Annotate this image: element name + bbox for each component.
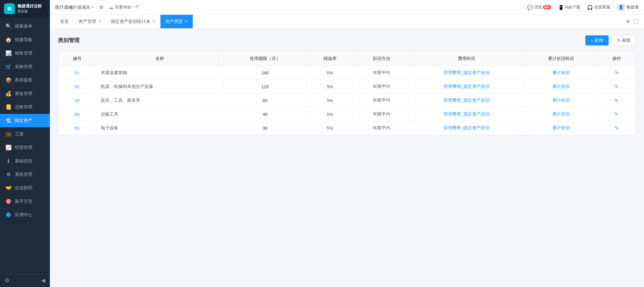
sidebar-item-inventory[interactable]: 📦 库存核算 (0, 73, 50, 87)
tab-close-asset-type[interactable]: ✕ (185, 19, 188, 24)
messages-button[interactable]: 💬 消息 99+ (527, 4, 551, 10)
online-service-button[interactable]: 🎧 在线客服 (587, 4, 610, 10)
edit-icon[interactable]: ✎ (615, 111, 619, 117)
download-icon: 📱 (558, 5, 564, 10)
row-period: 240 (224, 66, 307, 80)
user-profile-button[interactable]: 👤 畅捷通 (617, 3, 639, 11)
basic-info-icon: ℹ (5, 158, 11, 164)
purchase-icon: 🛒 (5, 64, 11, 70)
tab-asset-type[interactable]: 资产类型✕ (160, 15, 193, 28)
sidebar-item-finance[interactable]: 💰 资金管理 (0, 87, 50, 100)
sidebar-label-purchase: 采购管理 (15, 64, 32, 70)
row-period: 48 (224, 107, 307, 121)
tab-home[interactable]: 首页 (55, 15, 74, 28)
sidebar-item-fixed-assets[interactable]: 🏗 固定资产 (0, 114, 50, 127)
sidebar-item-payroll[interactable]: 💼 工资 (0, 127, 50, 141)
row-expense[interactable]: 管理费用_固定资产折旧 (409, 121, 524, 135)
chevron-down-icon: ▾ (92, 5, 94, 9)
sidebar-item-app-center[interactable]: 🔷 应用中心 (0, 208, 50, 222)
sidebar-label-basic-info: 基础信息 (15, 158, 32, 164)
row-action[interactable]: ✎ (598, 107, 636, 121)
refresh-button[interactable]: ↻ 刷新 (612, 35, 636, 46)
sidebar-label-guide: 新手引导 (15, 198, 32, 204)
topbar-trial[interactable]: ☁ 我要体验一下 (109, 4, 139, 10)
edit-icon[interactable]: ✎ (615, 84, 619, 89)
row-action[interactable]: ✎ (598, 80, 636, 94)
messages-label: 消息 (534, 4, 542, 10)
topbar-module[interactable]: 医疗器械行业演示 ▾ (55, 4, 94, 10)
sidebar-item-search[interactable]: 🔍 搜索菜单 (0, 20, 50, 33)
tab-label-depreciation-table: 固定资产折旧统计表 (111, 19, 150, 25)
row-accum[interactable]: 累计折旧 (524, 66, 598, 80)
col-header: 残值率 (306, 52, 353, 66)
row-code[interactable]: 02 (58, 80, 96, 94)
sidebar-item-sales[interactable]: 📊 销售管理 (0, 46, 50, 60)
edit-icon[interactable]: ✎ (615, 125, 619, 131)
col-header: 编号 (58, 52, 96, 66)
row-method: 年限平均 (354, 121, 409, 135)
row-residual: 5% (306, 94, 353, 107)
row-action[interactable]: ✎ (598, 94, 636, 107)
app-download-button[interactable]: 📱 App下载 (558, 4, 580, 10)
sidebar-label-finance: 资金管理 (15, 91, 32, 97)
sidebar-item-ops[interactable]: 📈 经营管理 (0, 141, 50, 154)
tab-close-asset-mgmt[interactable]: ✕ (98, 19, 101, 24)
row-code[interactable]: 04 (58, 107, 96, 121)
sidebar-item-collab[interactable]: 🤝 企业协同 (0, 181, 50, 195)
row-accum[interactable]: 累计折旧 (524, 80, 598, 94)
tabbar-actions: ✕ ⛶ (626, 19, 639, 25)
sidebar-label-payroll: 工资 (15, 131, 24, 137)
topbar-gear-icon[interactable]: ⚙ (99, 4, 103, 10)
tab-close-depreciation-table[interactable]: ✕ (152, 19, 155, 24)
tab-expand-icon[interactable]: ⛶ (634, 19, 639, 24)
row-code[interactable]: 05 (58, 121, 96, 135)
sidebar: 畅 畅捷通好业财 普及版 🔍 搜索菜单 🏠 快捷导航 📊 销售管理 🛒 采购管理… (0, 0, 50, 287)
table-row: 04 运输工具 48 5% 年限平均 管理费用_固定资产折旧 累计折旧 ✎ (58, 107, 636, 121)
sidebar-item-ledger[interactable]: 📒 总账管理 (0, 100, 50, 114)
topbar: 医疗器械行业演示 ▾ ⚙ ☁ 我要体验一下 💬 消息 99+ 📱 App下载 🎧… (50, 0, 644, 15)
row-accum[interactable]: 累计折旧 (524, 107, 598, 121)
collapse-icon[interactable]: ◀ (41, 277, 45, 284)
table-row: 02 机器、机械和其他生产设备 120 5% 年限平均 管理费用_固定资产折旧 … (58, 80, 636, 94)
sidebar-item-quick-nav[interactable]: 🏠 快捷导航 (0, 33, 50, 46)
cloud-icon: ☁ (109, 5, 114, 10)
col-header: 费用科目 (409, 52, 524, 66)
col-header: 操作 (598, 52, 636, 66)
sidebar-item-purchase[interactable]: 🛒 采购管理 (0, 60, 50, 73)
sidebar-item-guide[interactable]: 🎯 新手引导 (0, 195, 50, 208)
search-icon: 🔍 (5, 23, 11, 29)
edit-icon[interactable]: ✎ (615, 98, 619, 103)
user-name: 畅捷通 (626, 4, 639, 10)
row-accum[interactable]: 累计折旧 (524, 94, 598, 107)
edit-icon[interactable]: ✎ (615, 70, 619, 75)
row-action[interactable]: ✎ (598, 66, 636, 80)
service-icon: 🎧 (587, 5, 593, 10)
tab-depreciation-table[interactable]: 固定资产折旧统计表✕ (106, 15, 160, 28)
page-header: 类别管理 + 新增 ↻ 刷新 (58, 35, 636, 46)
main-area: 医疗器械行业演示 ▾ ⚙ ☁ 我要体验一下 💬 消息 99+ 📱 App下载 🎧… (50, 0, 644, 287)
row-expense[interactable]: 管理费用_固定资产折旧 (409, 94, 524, 107)
row-accum[interactable]: 累计折旧 (524, 121, 598, 135)
row-action[interactable]: ✎ (598, 121, 636, 135)
refresh-label: 刷新 (622, 37, 631, 43)
sidebar-label-system: 系统管理 (15, 171, 32, 178)
logo-icon: 畅 (4, 3, 15, 14)
row-method: 年限平均 (354, 107, 409, 121)
tab-minimize-icon[interactable]: ✕ (626, 19, 630, 25)
avatar: 👤 (617, 3, 625, 11)
sidebar-item-system[interactable]: ⚙ 系统管理 (0, 168, 50, 181)
new-button[interactable]: + 新增 (585, 35, 609, 45)
online-service-label: 在线客服 (594, 4, 610, 10)
row-expense[interactable]: 管理费用_固定资产折旧 (409, 66, 524, 80)
tab-asset-mgmt[interactable]: 资产管理✕ (74, 15, 106, 28)
row-code[interactable]: 03 (58, 94, 96, 107)
row-code[interactable]: 01 (58, 66, 96, 80)
row-expense[interactable]: 管理费用_固定资产折旧 (409, 107, 524, 121)
sidebar-item-basic-info[interactable]: ℹ 基础信息 (0, 154, 50, 168)
row-expense[interactable]: 管理费用_固定资产折旧 (409, 80, 524, 94)
tab-label-home: 首页 (60, 19, 69, 25)
col-header: 累计折旧科目 (524, 52, 598, 66)
settings-icon[interactable]: ⚙ (5, 277, 9, 284)
row-residual: 5% (306, 66, 353, 80)
row-residual: 5% (306, 107, 353, 121)
